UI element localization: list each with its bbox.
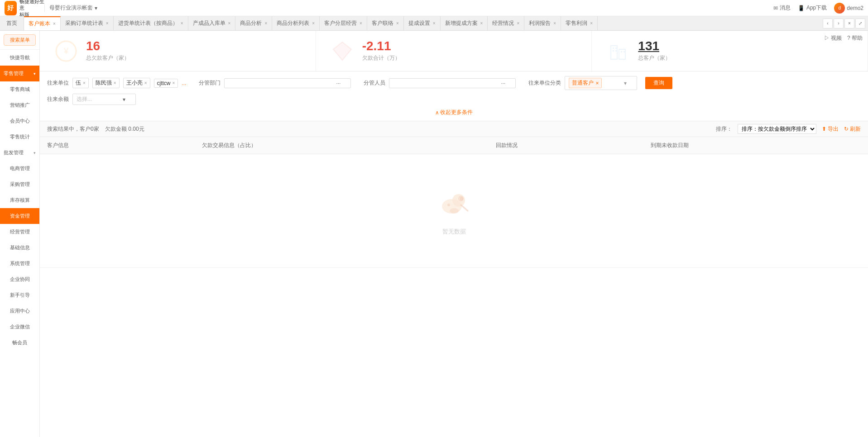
person-filter-select[interactable]: ··· xyxy=(389,78,516,88)
tab-commission-settings[interactable]: 提成设置 × xyxy=(404,16,441,31)
remove-unit-type-tag[interactable]: × xyxy=(595,80,599,86)
tab-profit-report[interactable]: 利润报告 × xyxy=(524,16,561,31)
close-tab-product-analysis[interactable]: × xyxy=(264,21,267,26)
tab-purchase-order[interactable]: 采购订单统计表 × xyxy=(61,16,114,31)
video-link[interactable]: ▷ 视频 xyxy=(824,34,842,42)
close-all-tabs-button[interactable]: × xyxy=(844,19,854,28)
stat-debt-customers-number: 16 xyxy=(86,40,129,52)
svg-rect-6 xyxy=(613,48,614,49)
close-tab-customer-contact[interactable]: × xyxy=(396,21,399,26)
refresh-button[interactable]: ↻ 刷新 xyxy=(844,125,861,133)
result-actions: 排序： 排序：按欠款金额倒序排序 ⬆ 导出 ↻ 刷新 xyxy=(716,124,861,134)
tab-production-inbound[interactable]: 产成品入库单 × xyxy=(188,16,236,31)
stat-debt-customers: ¥ 16 总欠款客户（家） xyxy=(40,31,316,71)
chevron-up-icon: ∧ xyxy=(435,109,439,116)
sidebar-item-member[interactable]: 畅会员 xyxy=(0,335,39,351)
logo-icon: 好 xyxy=(5,1,17,15)
close-tab-customer-layer[interactable]: × xyxy=(360,21,362,26)
sidebar-item-enterprise[interactable]: 企业协同 xyxy=(0,271,39,287)
sidebar-item-retail-mall[interactable]: 零售商城 xyxy=(0,81,39,97)
sidebar-item-marketing[interactable]: 营销推广 xyxy=(0,97,39,113)
unit-type-filter[interactable]: 普通客户 × ▾ xyxy=(565,76,637,90)
tab-customer-layer[interactable]: 客户分层经营 × xyxy=(320,16,367,31)
chevron-icon: ▾ xyxy=(34,151,36,155)
collapse-button[interactable]: ∧ 收起更多条件 xyxy=(435,109,473,116)
unit-tag-cjttcw[interactable]: cjttcw × xyxy=(154,79,178,88)
close-tab-retail-profit[interactable]: × xyxy=(590,21,593,26)
balance-filter-select[interactable]: 选择... ▾ xyxy=(72,94,136,105)
prev-tab-button[interactable]: ‹ xyxy=(823,19,833,28)
sidebar-item-beginner[interactable]: 新手引导 xyxy=(0,287,39,303)
sidebar-item-finance[interactable]: 资金管理 xyxy=(0,208,39,224)
tab-customer-ledger[interactable]: 客户账本 × xyxy=(24,16,61,31)
sidebar-item-basic-info[interactable]: 基础信息 xyxy=(0,240,39,256)
user-profile[interactable]: d demo2 xyxy=(834,3,863,14)
close-tab-customer-ledger[interactable]: × xyxy=(53,21,56,26)
help-link[interactable]: ? 帮助 xyxy=(847,34,863,42)
sidebar-item-operations[interactable]: 经营管理 xyxy=(0,224,39,240)
next-tab-button[interactable]: › xyxy=(834,19,844,28)
chevron-down-icon: ▾ xyxy=(624,80,627,86)
unit-filter-more[interactable]: ... xyxy=(182,80,186,86)
remove-unit-tag-cjttcw[interactable]: × xyxy=(173,81,175,86)
expand-tabs-button[interactable]: ⤢ xyxy=(855,19,865,28)
stat-debt-amount-label: 欠款合计（万） xyxy=(362,54,400,62)
close-tab-profit-report[interactable]: × xyxy=(553,21,556,26)
remove-unit-tag-wang[interactable]: × xyxy=(144,81,147,86)
sidebar-item-inventory[interactable]: 库存核算 xyxy=(0,192,39,208)
sidebar-quick-nav[interactable]: 快捷导航 xyxy=(0,50,39,66)
tab-home[interactable]: 首页 xyxy=(0,16,24,31)
sidebar-item-wholesale[interactable]: 批发管理 ▾ xyxy=(0,145,39,161)
sort-select[interactable]: 排序：按欠款金额倒序排序 xyxy=(738,124,816,134)
close-tab-commission-settings[interactable]: × xyxy=(433,21,436,26)
sidebar-search-area: 搜索菜单 xyxy=(0,31,39,50)
tab-customer-contact[interactable]: 客户联络 × xyxy=(367,16,404,31)
tab-operations[interactable]: 经营情况 × xyxy=(488,16,524,31)
stats-bar: ¥ 16 总欠款客户（家） -2.11 欠款合计（万 xyxy=(40,31,868,71)
search-menu-button[interactable]: 搜索菜单 xyxy=(4,34,36,46)
unit-tag-chen[interactable]: 陈民强 × xyxy=(92,78,120,88)
sidebar-item-member-center[interactable]: 会员中心 xyxy=(0,113,39,129)
close-tab-product-analysis-list[interactable]: × xyxy=(312,21,315,26)
tab-product-analysis[interactable]: 商品分析 × xyxy=(235,16,272,31)
sidebar-item-retail-stats[interactable]: 零售统计 xyxy=(0,129,39,145)
sidebar-item-ecommerce[interactable]: 电商管理 xyxy=(0,161,39,176)
remove-unit-tag-chen[interactable]: × xyxy=(114,81,116,86)
filter-area: 往来单位 伍 × 陈民强 × 王小亮 × cjttcw × ... xyxy=(40,71,868,121)
sidebar-item-system[interactable]: 系统管理 xyxy=(0,256,39,271)
message-icon: ✉ xyxy=(773,5,778,11)
close-tab-production-inbound[interactable]: × xyxy=(228,21,231,26)
query-button[interactable]: 查询 xyxy=(645,77,672,89)
svg-point-16 xyxy=(447,204,450,206)
data-table: 客户信息 欠款交易信息（占比） 回款情况 到期未收款日期 xyxy=(40,137,868,268)
sidebar-item-purchase[interactable]: 采购管理 xyxy=(0,176,39,192)
stat-debt-customers-text: 16 总欠款客户（家） xyxy=(86,40,129,62)
empty-state: 暂无数据 xyxy=(47,159,861,263)
close-tab-purchase-order[interactable]: × xyxy=(106,21,109,26)
close-tab-new-commission-plan[interactable]: × xyxy=(480,21,483,26)
filter-row-2: 往来余额 选择... ▾ xyxy=(47,94,861,105)
unit-tag-wang[interactable]: 王小亮 × xyxy=(123,78,150,88)
unit-tag-wu[interactable]: 伍 × xyxy=(72,78,89,88)
tab-product-analysis-list[interactable]: 商品分析列表 × xyxy=(272,16,320,31)
tab-new-commission-plan[interactable]: 新增提成方案 × xyxy=(441,16,488,31)
close-tab-operations[interactable]: × xyxy=(517,21,519,26)
workspace-selector[interactable]: 母婴行业演示帐套 ▾ xyxy=(44,4,102,12)
close-tab-inbound-stats[interactable]: × xyxy=(181,21,183,26)
messages-button[interactable]: ✉ 消息 xyxy=(773,4,791,12)
tab-retail-profit[interactable]: 零售利润 × xyxy=(561,16,598,31)
export-button[interactable]: ⬆ 导出 xyxy=(822,125,839,133)
app-download-button[interactable]: 📱 App下载 xyxy=(798,4,827,12)
sidebar-item-app-center[interactable]: 应用中心 xyxy=(0,303,39,319)
remove-unit-tag-wu[interactable]: × xyxy=(83,81,86,86)
unit-filter-label: 往来单位 xyxy=(47,79,69,87)
sidebar: 搜索菜单 快捷导航 零售管理 ▾ 零售商城 营销推广 会员中心 零售统计 批发管… xyxy=(0,31,40,437)
unit-type-tag-normal[interactable]: 普通客户 × xyxy=(569,78,602,88)
tab-inbound-stats[interactable]: 进货单统计表（按商品） × xyxy=(114,16,188,31)
empty-state-row: 暂无数据 xyxy=(40,154,868,268)
svg-line-17 xyxy=(461,205,468,211)
sidebar-item-wechat-work[interactable]: 企业微信 xyxy=(0,319,39,335)
col-repayment: 回款情况 xyxy=(489,137,643,154)
sidebar-item-retail-management[interactable]: 零售管理 ▾ xyxy=(0,66,39,81)
dept-filter-select[interactable]: ··· xyxy=(224,78,351,88)
